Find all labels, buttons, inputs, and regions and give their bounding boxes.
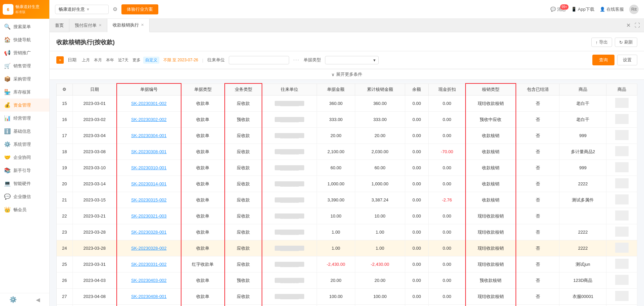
collapse-icon[interactable]: ◀	[36, 297, 40, 303]
more-date-btn[interactable]: 更多	[131, 57, 142, 64]
message-btn[interactable]: 💬 消息 99+	[550, 6, 566, 12]
sidebar-item-search[interactable]: 🔍搜索菜单	[0, 20, 49, 33]
td-include-cleared: 否	[516, 256, 559, 272]
close-window-btn[interactable]: ✕	[625, 21, 632, 30]
td-discount: 0.00	[429, 289, 466, 305]
tab-verify[interactable]: 收款核销执行✕	[107, 19, 150, 32]
sidebar-item-inventory[interactable]: 🏪库存核算	[0, 85, 49, 99]
td-goods2	[606, 112, 637, 128]
sidebar-item-marketing[interactable]: 📢营销推广	[0, 46, 49, 59]
sidebar-item-operation[interactable]: 📊经营管理	[0, 112, 49, 125]
th-gear[interactable]: ⚙	[57, 83, 73, 96]
expand-more-btn[interactable]: ∨ 展开更多条件	[50, 69, 644, 79]
billno-link[interactable]: SK-20230328-002	[131, 246, 167, 251]
sidebar-item-system[interactable]: ⚙️系统管理	[0, 138, 49, 151]
td-goods: 2222	[559, 305, 606, 306]
td-amount: 333.00	[317, 112, 355, 128]
billno-link[interactable]: SK-20230302-002	[131, 117, 167, 122]
td-verifytype: 收款核销	[466, 176, 516, 192]
billno-link[interactable]: SK-20230315-002	[131, 197, 167, 202]
partner-label: 往来单位	[207, 57, 225, 63]
td-include-cleared: 否	[516, 144, 559, 160]
td-billtype: 收款单	[181, 208, 225, 224]
td-seq: 18	[57, 144, 73, 160]
billno-link[interactable]: SK-20230331-002	[131, 262, 167, 267]
sidebar-label-purchase: 采购管理	[13, 76, 31, 82]
th-cumverify: 累计核销金额	[355, 83, 405, 96]
billno-link[interactable]: SK-20230304-001	[131, 133, 167, 138]
online-service-btn[interactable]: 👤 在线客服	[600, 6, 624, 12]
billno-link[interactable]: SK-20230314-001	[131, 181, 167, 186]
billno-link[interactable]: SK-20230403-002	[131, 278, 167, 283]
system-icon: ⚙️	[4, 141, 11, 147]
table-row: 22 2023-03-21 SK-20230321-003 收款单 应收款 ██…	[57, 208, 637, 224]
refresh-btn[interactable]: ↻ 刷新	[615, 38, 637, 47]
td-date: 2023-03-28	[72, 240, 117, 256]
sidebar-item-guide[interactable]: 📚新手引导	[0, 164, 49, 177]
td-date: 2023-03-21	[72, 208, 117, 224]
sidebar-item-finance[interactable]: 💰资金管理	[0, 99, 49, 112]
settings-icon[interactable]: ⚙️	[9, 296, 17, 303]
workspace-selector[interactable]: 畅康道好生意 ▾	[55, 5, 109, 14]
export-icon: ↑	[596, 40, 598, 45]
sidebar-item-enterprise[interactable]: 🤝企业协同	[0, 151, 49, 164]
th-partner: 往来单位	[262, 83, 317, 96]
bill-type-select[interactable]: ▾	[325, 56, 379, 64]
sidebar-item-quicknav[interactable]: 🏠快捷导航	[0, 33, 49, 46]
sidebar-item-basicinfo[interactable]: ℹ️基础信息	[0, 125, 49, 138]
billno-link[interactable]: SK-20230408-001	[131, 294, 167, 299]
sidebar-item-member[interactable]: 👑畅会员	[0, 203, 49, 216]
last7days-btn[interactable]: 近7天	[117, 57, 130, 64]
tab-close-verify[interactable]: ✕	[141, 23, 144, 27]
billno-link[interactable]: SK-20230310-001	[131, 165, 167, 170]
billno-link[interactable]: SK-20230308-001	[131, 149, 167, 154]
td-billno: SK-20230331-002	[117, 256, 181, 272]
td-partner: ██████	[262, 176, 317, 192]
td-goods: 老白干	[559, 96, 606, 112]
sidebar-item-sales[interactable]: 🛒销售管理	[0, 59, 49, 72]
wechat-icon: 💬	[4, 193, 11, 200]
prev-month-btn[interactable]: 上月	[80, 57, 91, 64]
td-goods: 999	[559, 128, 606, 144]
td-billtype: 收款单	[181, 128, 225, 144]
gear-icon[interactable]: ⚙	[113, 6, 117, 12]
td-billno: SK-20230304-001	[117, 128, 181, 144]
td-cumverify: 3,387.24	[355, 192, 405, 208]
avatar-text: Rit	[631, 7, 637, 12]
partner-input[interactable]	[229, 56, 289, 64]
td-verifytype: 收款核销	[466, 192, 516, 208]
billno-link[interactable]: SK-20230328-001	[131, 230, 167, 235]
billno-link[interactable]: SK-20230301-002	[131, 101, 167, 106]
table-row: 23 2023-03-28 SK-20230328-001 收款单 应收款 ██…	[57, 224, 637, 240]
marketing-icon: 📢	[4, 50, 11, 56]
solution-btn[interactable]: 体验行业方案	[121, 4, 158, 14]
filter-action-btns: 查询 设置	[592, 55, 637, 65]
custom-date-btn[interactable]: 自定义	[143, 57, 159, 64]
td-seq: 22	[57, 208, 73, 224]
sidebar-item-purchase[interactable]: 📦采购管理	[0, 72, 49, 85]
sidebar-item-wechat[interactable]: 💬企业微信	[0, 190, 49, 203]
tab-close-advance[interactable]: ✕	[99, 23, 102, 27]
th-include-cleared: 包含已结清	[516, 83, 559, 96]
app-download-btn[interactable]: 📱 App下载	[571, 6, 594, 12]
export-btn[interactable]: ↑ 导出	[591, 38, 612, 47]
maximize-btn[interactable]: ⛶	[633, 21, 641, 30]
tab-advance[interactable]: 预付应付单✕	[69, 19, 107, 32]
td-discount: 0.00	[429, 305, 466, 306]
settings-btn[interactable]: 设置	[617, 55, 637, 65]
refresh-icon: ↻	[619, 40, 623, 45]
td-partner: ██████	[262, 128, 317, 144]
query-btn[interactable]: 查询	[592, 55, 614, 65]
user-avatar[interactable]: Rit	[629, 5, 639, 14]
cur-year-btn[interactable]: 本年	[105, 57, 115, 64]
tab-home[interactable]: 首页	[50, 19, 69, 32]
date-buttons: 上月 本月 本年 近7天 更多 自定义	[80, 57, 159, 64]
filter-toggle-btn[interactable]: »	[56, 56, 64, 64]
sidebar-label-hardware: 智能硬件	[13, 181, 31, 187]
td-partner: ██████	[262, 192, 317, 208]
td-billtype: 红字收款单	[181, 256, 225, 272]
cur-month-btn[interactable]: 本月	[93, 57, 103, 64]
billno-link[interactable]: SK-20230321-003	[131, 213, 167, 219]
sidebar-item-hardware[interactable]: 💻智能硬件	[0, 177, 49, 190]
date-label: 日期	[68, 57, 76, 63]
